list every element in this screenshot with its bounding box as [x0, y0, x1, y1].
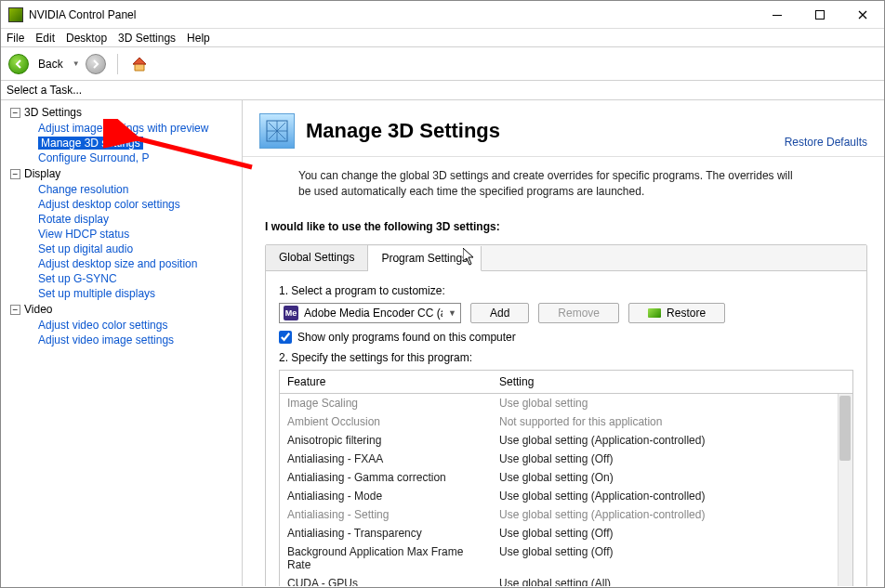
cell-feature: Background Application Max Frame Rate [280, 542, 492, 574]
program-select-text: Adobe Media Encoder CC (adob... [304, 307, 442, 320]
tree-item-multiple-displays[interactable]: Set up multiple displays [1, 286, 242, 301]
tree-item-rotate-display[interactable]: Rotate display [1, 212, 242, 227]
cell-feature: Antialiasing - Transparency [280, 524, 492, 542]
task-sidebar: −3D Settings Adjust image settings with … [1, 100, 243, 586]
close-button[interactable] [841, 1, 884, 29]
page-description: You can change the global 3D settings an… [243, 157, 819, 203]
tree-item-adjust-image-settings[interactable]: Adjust image settings with preview [1, 121, 242, 136]
tree-category-3d-settings[interactable]: −3D Settings [1, 104, 242, 121]
menu-edit[interactable]: Edit [35, 32, 55, 45]
menu-help[interactable]: Help [187, 32, 210, 45]
cell-setting: Use global setting (On) [492, 468, 852, 487]
settings-table: Feature Setting Image ScalingUse global … [279, 370, 853, 586]
home-button[interactable] [129, 54, 150, 74]
toolbar: Back ▼ [1, 47, 884, 81]
minimize-button[interactable] [756, 1, 799, 29]
th-setting[interactable]: Setting [492, 371, 852, 394]
cell-feature: Ambient Occlusion [280, 412, 492, 431]
back-history-dropdown[interactable]: ▼ [73, 59, 80, 68]
table-row[interactable]: Antialiasing - Gamma correctionUse globa… [280, 468, 852, 487]
menu-desktop[interactable]: Desktop [66, 32, 107, 45]
menu-3d-settings[interactable]: 3D Settings [118, 32, 176, 45]
th-feature[interactable]: Feature [280, 371, 492, 394]
page-icon [259, 113, 295, 149]
content-pane: Manage 3D Settings Restore Defaults You … [243, 100, 884, 586]
checkbox-label: Show only programs found on this compute… [297, 331, 516, 344]
cell-feature: Anisotropic filtering [280, 431, 492, 450]
window-title: NVIDIA Control Panel [29, 8, 756, 21]
nvidia-app-icon [8, 7, 23, 22]
app-icon-media-encoder: Me [284, 306, 298, 320]
remove-button: Remove [538, 303, 619, 323]
table-row[interactable]: CUDA - GPUsUse global setting (All) [280, 574, 852, 586]
tree-item-video-color[interactable]: Adjust video color settings [1, 318, 242, 333]
tree-item-change-resolution[interactable]: Change resolution [1, 182, 242, 197]
toolbar-separator [117, 54, 118, 74]
menu-file[interactable]: File [7, 32, 24, 45]
restore-button[interactable]: Restore [628, 303, 725, 323]
cell-setting: Use global setting [492, 394, 852, 412]
table-row[interactable]: Image ScalingUse global setting [280, 394, 852, 412]
back-label: Back [38, 58, 63, 71]
step2-label: 2. Specify the settings for this program… [279, 351, 853, 364]
titlebar: NVIDIA Control Panel [1, 1, 884, 29]
table-row[interactable]: Anisotropic filteringUse global setting … [280, 431, 852, 450]
add-button[interactable]: Add [470, 303, 529, 323]
cell-setting: Use global setting (Off) [492, 524, 852, 542]
cell-feature: Image Scaling [280, 394, 492, 412]
cell-setting: Use global setting (Off) [492, 450, 852, 468]
program-select[interactable]: Me Adobe Media Encoder CC (adob... ▼ [279, 303, 461, 323]
maximize-button[interactable] [799, 1, 841, 29]
menubar: File Edit Desktop 3D Settings Help [1, 29, 884, 47]
tree-item-video-image[interactable]: Adjust video image settings [1, 333, 242, 347]
table-row[interactable]: Antialiasing - TransparencyUse global se… [280, 524, 852, 542]
cell-setting: Use global setting (Application-controll… [492, 487, 852, 505]
cell-feature: CUDA - GPUs [280, 574, 492, 586]
scrollbar[interactable] [838, 394, 852, 586]
show-only-found-checkbox[interactable] [279, 331, 292, 344]
cell-setting: Use global setting (All) [492, 574, 852, 586]
tree-item-desktop-size-position[interactable]: Adjust desktop size and position [1, 256, 242, 271]
tree-item-manage-3d-settings[interactable]: Manage 3D settings [1, 136, 242, 150]
scrollbar-thumb[interactable] [839, 396, 851, 461]
tree-item-gsync[interactable]: Set up G-SYNC [1, 271, 242, 286]
cell-feature: Antialiasing - FXAA [280, 450, 492, 468]
tree-item-adjust-desktop-color[interactable]: Adjust desktop color settings [1, 197, 242, 212]
step1-label: 1. Select a program to customize: [279, 284, 853, 297]
table-row[interactable]: Antialiasing - SettingUse global setting… [280, 505, 852, 524]
table-row[interactable]: Antialiasing - ModeUse global setting (A… [280, 487, 852, 505]
table-row[interactable]: Antialiasing - FXAAUse global setting (O… [280, 450, 852, 468]
table-row[interactable]: Ambient OcclusionNot supported for this … [280, 412, 852, 431]
tree-category-display[interactable]: −Display [1, 165, 242, 182]
section-label: I would like to use the following 3D set… [243, 203, 884, 239]
chevron-down-icon: ▼ [448, 308, 456, 318]
page-title: Manage 3D Settings [306, 119, 785, 143]
collapse-icon[interactable]: − [10, 108, 20, 118]
tree-item-digital-audio[interactable]: Set up digital audio [1, 242, 242, 256]
table-row[interactable]: Background Application Max Frame RateUse… [280, 542, 852, 574]
settings-tabs: Global Settings Program Settings [266, 245, 866, 271]
svg-rect-1 [816, 10, 825, 19]
forward-button[interactable] [86, 54, 106, 74]
tab-program-settings[interactable]: Program Settings [368, 246, 482, 271]
restore-defaults-link[interactable]: Restore Defaults [785, 136, 867, 149]
tree-item-view-hdcp[interactable]: View HDCP status [1, 227, 242, 242]
nvidia-icon [648, 308, 661, 318]
collapse-icon[interactable]: − [10, 305, 20, 315]
task-header: Select a Task... [1, 81, 884, 100]
cell-feature: Antialiasing - Mode [280, 487, 492, 505]
cell-setting: Use global setting (Application-controll… [492, 431, 852, 450]
cell-setting: Use global setting (Application-controll… [492, 505, 852, 524]
settings-panel: Global Settings Program Settings 1. Sele… [265, 244, 867, 586]
svg-rect-0 [773, 15, 782, 16]
cell-setting: Not supported for this application [492, 412, 852, 431]
collapse-icon[interactable]: − [10, 169, 20, 179]
cell-setting: Use global setting (Off) [492, 542, 852, 574]
tree-category-video[interactable]: −Video [1, 301, 242, 318]
tree-item-configure-surround[interactable]: Configure Surround, P [1, 150, 242, 165]
back-button[interactable] [8, 54, 29, 74]
tab-global-settings[interactable]: Global Settings [266, 245, 368, 270]
cell-feature: Antialiasing - Setting [280, 505, 492, 524]
cell-feature: Antialiasing - Gamma correction [280, 468, 492, 487]
